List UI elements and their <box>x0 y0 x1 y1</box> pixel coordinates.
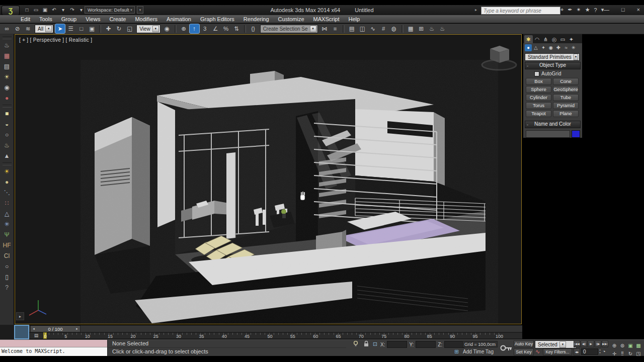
x-coordinate-field[interactable] <box>387 341 407 348</box>
menu-create[interactable]: Create <box>105 16 130 22</box>
tab-motion[interactable]: ◎ <box>550 35 558 43</box>
white-sphere-icon[interactable]: ○ <box>1 261 13 272</box>
molecule-icon[interactable]: ∷ <box>1 198 13 209</box>
category-lights[interactable]: ✦ <box>540 44 547 51</box>
dome-tool-icon[interactable]: ◒ <box>1 119 13 130</box>
time-slider-handle[interactable]: ◂ 0 / 100 ▸ <box>30 325 80 332</box>
primitive-category-dropdown[interactable]: Standard Primitives ▼ <box>525 53 580 61</box>
hair-fur-icon[interactable]: HF <box>1 240 13 251</box>
maxscript-mini-listener[interactable]: Welcome to MAXScript. <box>0 340 108 356</box>
torus-button[interactable]: Torus <box>526 102 551 109</box>
y-coordinate-field[interactable] <box>416 341 436 348</box>
maximize-button[interactable]: □ <box>621 7 625 13</box>
previous-frame-arrow[interactable]: ◂ <box>31 327 37 331</box>
select-and-link-icon[interactable]: ∞ <box>2 24 12 33</box>
tab-display[interactable]: ▭ <box>558 35 567 43</box>
help-circle-icon[interactable]: ? <box>1 283 13 293</box>
viewport-layout-tab[interactable] <box>14 325 29 339</box>
go-to-end-button[interactable]: ▶▶| <box>602 340 608 347</box>
menu-views[interactable]: Views <box>81 16 105 22</box>
help-icon[interactable]: ? <box>594 7 597 13</box>
pyramid-button[interactable]: Pyramid <box>553 102 579 109</box>
search-input[interactable] <box>481 7 560 15</box>
maximize-viewport-toggle-icon[interactable]: ◳ <box>634 350 642 357</box>
lock-selection-icon[interactable] <box>363 340 369 348</box>
bind-to-space-warp-icon[interactable]: ≋ <box>23 24 33 33</box>
menu-group[interactable]: Group <box>57 16 82 22</box>
menu-maxscript[interactable]: MAXScript <box>309 16 344 22</box>
spiky-ball-icon[interactable]: ✳ <box>1 219 13 230</box>
category-helpers[interactable]: ✚ <box>555 44 562 51</box>
sphere-tool-icon[interactable]: ○ <box>1 130 13 140</box>
category-space-warps[interactable]: ≈ <box>562 44 570 51</box>
object-type-rollout-header[interactable]: - Object Type <box>525 62 581 69</box>
category-geometry[interactable]: ● <box>525 44 532 51</box>
align-icon[interactable]: ≡ <box>331 24 340 33</box>
tube-button[interactable]: Tube <box>553 94 579 101</box>
set-key-button[interactable]: Set Key <box>514 348 534 355</box>
key-set-dropdown[interactable]: Selected ▼ <box>535 340 577 348</box>
z-coordinate-field[interactable] <box>444 341 464 348</box>
curve-editor-icon[interactable]: ∿ <box>368 24 378 33</box>
unlink-selection-icon[interactable]: ⊘ <box>13 24 22 33</box>
rendered-frame-window-icon[interactable]: ⊞ <box>417 24 426 33</box>
render-setup-icon[interactable]: ▦ <box>406 24 416 33</box>
category-shapes[interactable]: △ <box>532 44 539 51</box>
scene-sheet-icon[interactable]: ▤ <box>1 61 13 72</box>
viewport-canvas[interactable]: [ + ] [ Perspective ] [ Realistic ] ▸ <box>15 34 522 324</box>
open-mini-curve-editor-button[interactable]: ▤ <box>30 333 42 338</box>
select-and-rotate-icon[interactable]: ↻ <box>114 24 124 33</box>
tab-hierarchy[interactable]: ⋔ <box>541 35 550 43</box>
box-tool-icon[interactable]: ■ <box>1 109 13 119</box>
teapot-render-icon[interactable]: ♨ <box>1 40 13 51</box>
minimize-button[interactable]: — <box>604 7 609 13</box>
select-object-icon[interactable]: ➤ <box>55 24 65 33</box>
toggle-scene-explorer-icon[interactable]: ◫ <box>358 24 367 33</box>
menu-help[interactable]: Help <box>344 16 365 22</box>
frame-spinner[interactable]: ▲▼ <box>598 348 602 355</box>
tab-modify[interactable]: ◠ <box>533 35 541 43</box>
object-name-field[interactable] <box>526 130 570 138</box>
manage-layers-icon[interactable]: ▤ <box>347 24 357 33</box>
cloth-icon[interactable]: Cl <box>1 251 13 261</box>
tan-sphere-icon[interactable]: ● <box>1 177 13 188</box>
teapot-button[interactable]: Teapot <box>526 110 551 117</box>
rectangular-selection-region-icon[interactable]: □ <box>76 24 86 33</box>
communication-center-icon[interactable]: ✴ <box>576 7 581 13</box>
gizmo-pyramid-icon[interactable]: △ <box>1 209 13 219</box>
maxscript-output-row[interactable]: Welcome to MAXScript. <box>0 347 107 356</box>
keyboard-shortcut-override-icon[interactable]: ↑ <box>190 24 199 33</box>
named-selection-sets-dropdown[interactable]: Create Selection Se ▼ <box>260 25 318 33</box>
material-editor-icon[interactable]: ◍ <box>389 24 399 33</box>
grass-icon[interactable]: Ψ <box>1 230 13 240</box>
search-icon[interactable]: ⌖ <box>560 7 564 13</box>
next-frame-arrow[interactable]: ▸ <box>74 327 80 331</box>
category-cameras[interactable]: ◉ <box>547 44 554 51</box>
menu-graph-editors[interactable]: Graph Editors <box>196 16 239 22</box>
render-iterative-icon[interactable]: ♨ <box>438 24 447 33</box>
category-systems[interactable]: ✳ <box>570 44 577 51</box>
rain-icon[interactable]: ⋱ <box>1 188 13 198</box>
select-by-name-icon[interactable]: ☰ <box>66 24 75 33</box>
edit-named-selection-sets-icon[interactable]: {} <box>249 24 258 33</box>
infocenter-expand-icon[interactable]: ▸ <box>475 8 477 12</box>
add-time-tag-button[interactable]: Add Time Tag <box>463 348 494 355</box>
plane-button[interactable]: Plane <box>553 110 579 117</box>
selection-filter-dropdown[interactable]: All ▼ <box>35 25 53 33</box>
time-configuration-icon[interactable]: ◔ <box>602 348 606 354</box>
isolate-selection-icon[interactable] <box>353 340 359 348</box>
key-mode-toggle[interactable]: ◀▶ <box>574 348 580 355</box>
camera-icon[interactable]: ◉ <box>1 82 13 93</box>
autogrid-checkbox[interactable] <box>534 71 539 76</box>
window-crossing-icon[interactable]: ▣ <box>87 24 97 33</box>
use-pivot-point-center-icon[interactable]: ◉ <box>163 24 172 33</box>
cone-tool-icon[interactable]: ▲ <box>1 151 13 161</box>
percent-snap-icon[interactable]: % <box>221 24 231 33</box>
menu-modifiers[interactable]: Modifiers <box>130 16 162 22</box>
next-frame-button[interactable]: ||▶ <box>595 340 601 347</box>
maxscript-input-row[interactable] <box>0 340 107 347</box>
transform-gizmo-icon[interactable]: ⊡ <box>373 341 377 347</box>
menu-customize[interactable]: Customize <box>274 16 309 22</box>
teapot-tool-icon[interactable]: ♨ <box>1 140 13 151</box>
orbit-icon[interactable]: ↻ <box>626 350 634 357</box>
